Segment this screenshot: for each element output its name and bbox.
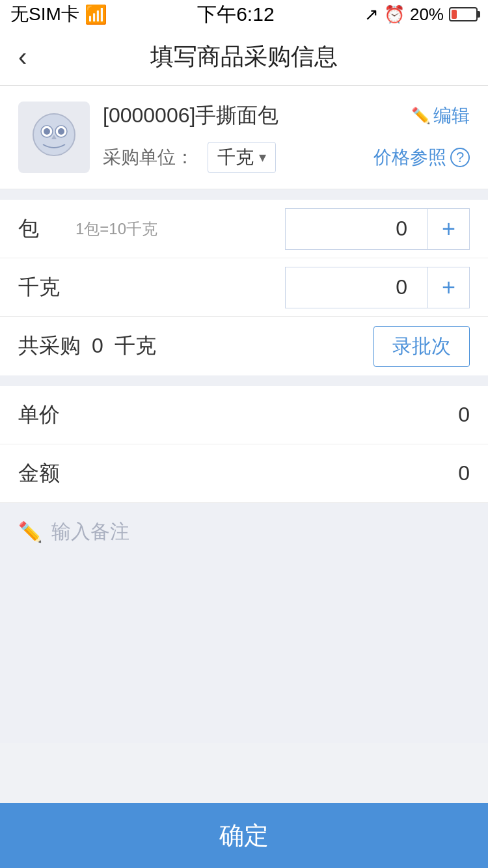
price-ref-help-icon: ? <box>450 148 470 167</box>
total-label: 共采购 0 千克 <box>18 332 156 360</box>
status-left: 无SIM卡 📶 <box>10 2 107 27</box>
unit-value: 千克 <box>217 145 254 170</box>
amount-label: 金额 <box>18 459 60 488</box>
status-right: ↗ ⏰ 20% <box>364 5 478 25</box>
kg-input-wrap: + <box>285 267 470 308</box>
note-section[interactable]: ✏️ 输入备注 <box>0 503 488 561</box>
nav-bar: ‹ 填写商品采购信息 <box>0 29 488 86</box>
price-ref-button[interactable]: 价格参照 ? <box>373 145 470 170</box>
unit-price-value: 0 <box>458 403 470 427</box>
total-prefix: 共采购 <box>18 334 81 357</box>
status-time: 下午6:12 <box>197 1 274 28</box>
empty-space <box>0 561 488 743</box>
bag-input-wrap: + <box>285 208 470 250</box>
unit-selector-wrap: 采购单位： 千克 ▾ <box>103 142 276 173</box>
carrier-label: 无SIM卡 <box>10 2 79 27</box>
bag-sub-label: 1包=10千克 <box>75 219 157 239</box>
pencil-icon: ✏️ <box>18 521 42 543</box>
battery-percent: 20% <box>410 5 444 25</box>
confirm-button[interactable]: 确定 <box>0 803 488 868</box>
unit-label: 采购单位： <box>103 147 194 167</box>
section-divider-2 <box>0 375 488 386</box>
product-unit-row: 采购单位： 千克 ▾ 价格参照 ? <box>103 142 470 173</box>
product-header: [0000006]手撕面包 ✏️ 编辑 <box>103 102 470 130</box>
amount-value: 0 <box>458 461 470 485</box>
bag-label: 包 <box>18 215 70 243</box>
unit-price-row: 单价 0 <box>0 386 488 444</box>
total-row: 共采购 0 千克 录批次 <box>0 317 488 375</box>
total-suffix: 千克 <box>115 334 156 357</box>
battery-icon <box>449 7 478 21</box>
note-placeholder: 输入备注 <box>51 519 129 545</box>
kg-quantity-input[interactable] <box>285 267 428 308</box>
bag-plus-button[interactable]: + <box>428 208 470 250</box>
product-card: [0000006]手撕面包 ✏️ 编辑 采购单位： 千克 ▾ 价格参照 ? <box>0 86 488 189</box>
alarm-icon: ⏰ <box>384 5 405 25</box>
edit-button[interactable]: ✏️ 编辑 <box>411 103 470 128</box>
product-info: [0000006]手撕面包 ✏️ 编辑 采购单位： 千克 ▾ 价格参照 ? <box>103 102 470 173</box>
main-content: [0000006]手撕面包 ✏️ 编辑 采购单位： 千克 ▾ 价格参照 ? <box>0 86 488 808</box>
location-icon: ↗ <box>364 5 379 25</box>
back-button[interactable]: ‹ <box>18 42 27 72</box>
product-name: [0000006]手撕面包 <box>103 102 278 130</box>
svg-point-4 <box>58 128 64 135</box>
amount-row: 金额 0 <box>0 444 488 503</box>
page-title: 填写商品采购信息 <box>150 41 338 73</box>
kg-plus-button[interactable]: + <box>428 267 470 308</box>
product-logo <box>31 112 77 163</box>
bag-input-row: 包 1包=10千克 + <box>0 200 488 258</box>
svg-point-3 <box>44 128 50 135</box>
wifi-icon: 📶 <box>85 4 107 25</box>
edit-icon: ✏️ <box>411 107 431 125</box>
edit-label: 编辑 <box>433 103 470 128</box>
unit-price-label: 单价 <box>18 401 60 429</box>
unit-select[interactable]: 千克 ▾ <box>208 142 276 173</box>
product-image <box>18 102 90 173</box>
price-ref-label: 价格参照 <box>373 145 446 170</box>
record-batch-button[interactable]: 录批次 <box>373 326 470 367</box>
dropdown-arrow-icon: ▾ <box>259 149 266 166</box>
price-info-section: 单价 0 金额 0 <box>0 386 488 503</box>
bag-quantity-input[interactable] <box>285 208 428 250</box>
total-amount: 0 <box>92 334 103 357</box>
kg-input-row: 千克 + <box>0 258 488 317</box>
input-section: 包 1包=10千克 + 千克 + <box>0 200 488 317</box>
section-divider-1 <box>0 189 488 200</box>
kg-label: 千克 <box>18 273 70 302</box>
battery-fill <box>452 10 457 19</box>
status-bar: 无SIM卡 📶 下午6:12 ↗ ⏰ 20% <box>0 0 488 29</box>
